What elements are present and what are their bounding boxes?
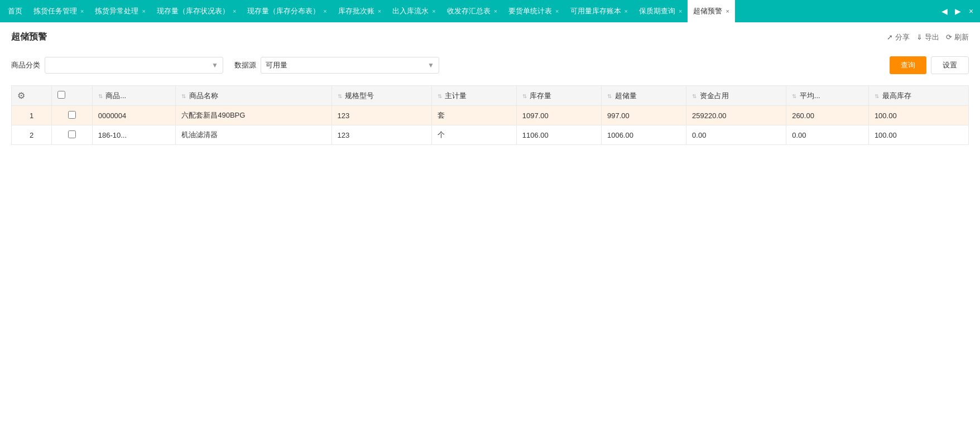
td-product-code-0: 0000004: [92, 106, 176, 125]
th-settings: ⚙: [12, 86, 52, 106]
td-avg-1: 0.00: [786, 125, 869, 145]
td-max-stock-0: 100.00: [868, 106, 968, 125]
sort-icon-overstock: ⇅: [607, 93, 612, 99]
sort-icon-stock: ⇅: [522, 93, 527, 99]
td-stock-0: 1097.00: [516, 106, 601, 125]
nav-item-stock-status[interactable]: 现存量（库存状况表） ×: [151, 0, 242, 22]
data-source-select[interactable]: 可用量 ▼: [261, 57, 439, 74]
th-capital[interactable]: ⇅ 资金占用: [686, 86, 786, 106]
nav-arrows: ◀ ▶ ×: [938, 0, 978, 22]
th-spec[interactable]: ⇅ 规格型号: [332, 86, 431, 106]
nav-label-in-out-flow: 出入库流水: [392, 6, 429, 16]
nav-item-order-stat[interactable]: 要货单统计表 ×: [503, 0, 564, 22]
share-button[interactable]: ➚ 分享: [887, 32, 910, 42]
close-icon-expiry[interactable]: ×: [679, 8, 682, 14]
table-header-row: ⚙ ⇅ 商品... ⇅ 商品名称 ⇅ 规格型号 ⇅: [12, 86, 969, 106]
th-product-code[interactable]: ⇅ 商品...: [92, 86, 176, 106]
refresh-button[interactable]: ⟳ 刷新: [946, 32, 969, 42]
table-row: 1 0000004 六配套新昌490BPG 123 套 1097.00 997.…: [12, 106, 969, 125]
td-row-num-1: 2: [12, 125, 52, 145]
td-spec-0: 123: [332, 106, 431, 125]
close-icon-overstock[interactable]: ×: [726, 8, 729, 14]
th-product-name[interactable]: ⇅ 商品名称: [176, 86, 332, 106]
td-overstock-1: 1006.00: [601, 125, 686, 145]
th-overstock[interactable]: ⇅ 超储量: [601, 86, 686, 106]
nav-label-pick-task: 拣货任务管理: [33, 6, 77, 16]
td-max-stock-1: 100.00: [868, 125, 968, 145]
nav-label-available-stock: 可用量库存账本: [570, 6, 621, 16]
th-max-stock[interactable]: ⇅ 最高库存: [868, 86, 968, 106]
td-unit-1: 个: [431, 125, 516, 145]
refresh-label: 刷新: [954, 32, 969, 42]
close-icon-stock-dist[interactable]: ×: [323, 8, 326, 14]
td-product-code-1: 186-10...: [92, 125, 176, 145]
nav-item-pick-task[interactable]: 拣货任务管理 ×: [28, 0, 89, 22]
nav-item-available-stock[interactable]: 可用量库存账本 ×: [565, 0, 633, 22]
th-avg[interactable]: ⇅ 平均...: [786, 86, 869, 106]
th-checkbox: [52, 86, 92, 106]
data-source-filter: 数据源 可用量 ▼: [234, 57, 439, 74]
td-product-name-0: 六配套新昌490BPG: [176, 106, 332, 125]
main-content: 超储预警 ➚ 分享 ⇓ 导出 ⟳ 刷新 商品分类 ▼ 数据源: [0, 22, 980, 446]
nav-label-home: 首页: [8, 6, 22, 16]
table-body: 1 0000004 六配套新昌490BPG 123 套 1097.00 997.…: [12, 106, 969, 145]
data-source-value: 可用量: [266, 60, 287, 70]
close-icon-order-stat[interactable]: ×: [555, 8, 559, 14]
nav-item-overstock[interactable]: 超储预警 ×: [688, 0, 734, 22]
row-checkbox-1[interactable]: [68, 130, 76, 138]
close-icon-stock-status[interactable]: ×: [233, 8, 236, 14]
close-icon-summary[interactable]: ×: [494, 8, 497, 14]
filter-actions: 查询 设置: [890, 56, 969, 74]
nav-label-expiry: 保质期查询: [639, 6, 675, 16]
export-button[interactable]: ⇓ 导出: [916, 32, 939, 42]
nav-item-stock-dist[interactable]: 现存量（库存分布表） ×: [242, 0, 332, 22]
sort-icon-product-name: ⇅: [181, 93, 186, 99]
nav-item-stock-batch[interactable]: 库存批次账 ×: [333, 0, 387, 22]
close-icon-available-stock[interactable]: ×: [624, 8, 628, 14]
chevron-down-icon: ▼: [212, 61, 218, 69]
td-checkbox-0: [52, 106, 92, 125]
nav-label-pick-exception: 拣货异常处理: [95, 6, 138, 16]
close-icon-stock-batch[interactable]: ×: [378, 8, 381, 14]
nav-close-all-button[interactable]: ×: [964, 0, 978, 22]
product-category-filter: 商品分类 ▼: [11, 57, 223, 74]
page-title: 超储预警: [11, 31, 47, 43]
sort-icon-avg: ⇅: [792, 93, 796, 99]
th-unit[interactable]: ⇅ 主计量: [431, 86, 516, 106]
th-stock[interactable]: ⇅ 库存量: [516, 86, 601, 106]
td-unit-0: 套: [431, 106, 516, 125]
nav-item-pick-exception[interactable]: 拣货异常处理 ×: [89, 0, 151, 22]
filter-bar: 商品分类 ▼ 数据源 可用量 ▼ 查询 设置: [11, 52, 969, 79]
query-button[interactable]: 查询: [890, 56, 926, 74]
close-icon-in-out-flow[interactable]: ×: [432, 8, 435, 14]
nav-prev-button[interactable]: ◀: [938, 0, 951, 22]
nav-next-button[interactable]: ▶: [951, 0, 964, 22]
header-actions: ➚ 分享 ⇓ 导出 ⟳ 刷新: [887, 32, 969, 42]
table-row: 2 186-10... 机油滤清器 123 个 1106.00 1006.00 …: [12, 125, 969, 145]
sort-icon-max-stock: ⇅: [875, 93, 879, 99]
top-nav: 首页 拣货任务管理 × 拣货异常处理 × 现存量（库存状况表） × 现存量（库存…: [0, 0, 980, 22]
td-spec-1: 123: [332, 125, 431, 145]
nav-item-expiry[interactable]: 保质期查询 ×: [633, 0, 688, 22]
nav-item-home[interactable]: 首页: [2, 0, 28, 22]
close-icon-pick-task[interactable]: ×: [80, 8, 84, 14]
td-stock-1: 1106.00: [516, 125, 601, 145]
gear-icon[interactable]: ⚙: [17, 91, 25, 100]
select-all-checkbox[interactable]: [57, 91, 65, 99]
nav-label-stock-status: 现存量（库存状况表）: [157, 6, 229, 16]
td-avg-0: 260.00: [786, 106, 869, 125]
product-category-select[interactable]: ▼: [45, 57, 223, 74]
nav-item-in-out-flow[interactable]: 出入库流水 ×: [387, 0, 441, 22]
share-label: 分享: [895, 32, 910, 42]
td-checkbox-1: [52, 125, 92, 145]
row-checkbox-0[interactable]: [68, 111, 76, 119]
td-overstock-0: 997.00: [601, 106, 686, 125]
nav-label-stock-batch: 库存批次账: [338, 6, 374, 16]
nav-label-order-stat: 要货单统计表: [508, 6, 552, 16]
export-icon: ⇓: [916, 33, 923, 41]
close-icon-pick-exception[interactable]: ×: [142, 8, 145, 14]
nav-label-summary: 收发存汇总表: [447, 6, 491, 16]
td-capital-0: 259220.00: [686, 106, 786, 125]
settings-button[interactable]: 设置: [931, 56, 969, 74]
nav-item-summary[interactable]: 收发存汇总表 ×: [441, 0, 503, 22]
